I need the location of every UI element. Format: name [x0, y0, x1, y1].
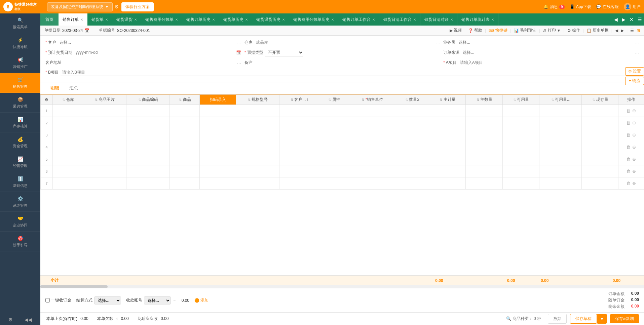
tab-summary[interactable]: 汇总: [64, 82, 83, 94]
copy-icon[interactable]: ⊕: [632, 145, 636, 150]
tab-sales-stats-close[interactable]: ✕: [491, 18, 494, 22]
tab-prev-btn[interactable]: ◀: [612, 13, 620, 26]
invoice-select[interactable]: 不开票 增值税普通发票 增值税专用发票: [265, 49, 303, 56]
copy-icon[interactable]: ⊕: [632, 157, 636, 162]
tab-sales-return-close[interactable]: ✕: [134, 18, 137, 22]
tab-sales-delivery-close[interactable]: ✕: [105, 18, 108, 22]
sidebar-item-basic[interactable]: ℹ️ 基础信息: [0, 172, 40, 192]
delete-icon[interactable]: 🗑: [626, 132, 631, 137]
delete-icon[interactable]: 🗑: [626, 145, 631, 150]
nav-next-btn[interactable]: ▶: [621, 28, 624, 33]
margin-btn[interactable]: 📊 毛利预告: [514, 28, 536, 33]
tab-return-history-close[interactable]: ✕: [282, 18, 285, 22]
tab-more-btn[interactable]: ☰: [636, 13, 644, 26]
staff-dots[interactable]: ···: [635, 40, 639, 45]
tab-delivery-history[interactable]: 销货单历史 ✕: [219, 13, 252, 26]
sidebar-item-marketing[interactable]: 📢 营销推广: [0, 53, 40, 73]
operations-btn[interactable]: ⚙ 操作: [567, 28, 580, 33]
tab-sales-fee-close[interactable]: ✕: [175, 18, 178, 22]
tab-order-workbench[interactable]: 销售订单工作台 ✕: [338, 13, 379, 26]
copy-icon[interactable]: ⊕: [632, 108, 636, 113]
tab-sales-order-close[interactable]: ✕: [80, 18, 83, 22]
sidebar-item-management[interactable]: 📈 经营管理: [0, 152, 40, 172]
col-barcode[interactable]: 扫码录入: [200, 95, 236, 105]
user-item[interactable]: 👤 用户: [624, 3, 641, 10]
sidebar-item-finance[interactable]: 💰 资金管理: [0, 132, 40, 152]
shortcut-btn[interactable]: ⌨ 快捷键: [489, 28, 507, 33]
a-project-input[interactable]: [458, 59, 639, 66]
delete-icon[interactable]: 🗑: [626, 181, 631, 186]
draft-arrow-btn[interactable]: ▼: [597, 314, 607, 324]
online-support-item[interactable]: 💬 在线客服: [596, 4, 619, 10]
sidebar-item-inventory[interactable]: 📊 库存核算: [0, 113, 40, 132]
tab-fee-history[interactable]: 销售费用分摊单历史 ✕: [289, 13, 338, 26]
tab-cash-reconcile[interactable]: 钱货日清对账 ✕: [420, 13, 457, 26]
tab-sales-delivery[interactable]: 销货单 ✕: [87, 13, 112, 26]
delivery-input[interactable]: [74, 49, 234, 56]
save-new-btn[interactable]: 保存&新增: [610, 314, 639, 323]
delivery-calendar-icon[interactable]: 📅: [236, 50, 241, 55]
sidebar-item-purchase[interactable]: 📦 采购管理: [0, 93, 40, 113]
b-project-input[interactable]: [61, 69, 639, 76]
tab-delivery-history-close[interactable]: ✕: [245, 18, 248, 22]
sidebar-item-sales[interactable]: 🛒 销售管理: [0, 73, 40, 93]
one-click-checkout-checkbox[interactable]: [45, 298, 50, 302]
scroll-indicator[interactable]: [40, 285, 644, 288]
industry-btn[interactable]: 体验行业方案: [121, 2, 154, 11]
address-input[interactable]: [63, 59, 235, 66]
tab-sales-order[interactable]: 销售订单 ✕: [59, 13, 87, 26]
history-btn[interactable]: 📋 历史单据: [586, 28, 609, 33]
video-btn[interactable]: ▶ 视频: [450, 28, 462, 33]
grid-toggle-btn[interactable]: ⊞: [637, 28, 640, 33]
warehouse-dots[interactable]: ···: [436, 40, 440, 45]
tab-cash-workbench[interactable]: 钱货日清工作台 ✕: [379, 13, 420, 26]
settings-icon[interactable]: ⚙: [114, 4, 119, 10]
table-container[interactable]: ⚙ ⇅ 仓库 ⇅ 商品图片 ⇅ 商品编码 ⇅ 商品: [40, 94, 644, 275]
order-source-dots[interactable]: ···: [635, 50, 639, 55]
order-source-input[interactable]: [461, 49, 633, 56]
tab-sales-stats[interactable]: 销售订单统计表 ✕: [457, 13, 498, 26]
sidebar-item-search[interactable]: 🔍 搜索菜单: [0, 13, 40, 33]
settings-extra-btn[interactable]: ⚙ 设置: [625, 67, 644, 76]
tab-next-btn[interactable]: ▶: [620, 13, 628, 26]
nav-prev-btn[interactable]: ◀: [615, 28, 618, 33]
discard-btn[interactable]: 放弃: [548, 314, 567, 324]
col-settings[interactable]: ⚙: [41, 95, 53, 105]
account-select[interactable]: 选择...: [144, 296, 171, 304]
notification-item[interactable]: 🔔 消息 9: [543, 4, 565, 10]
collapse-icon[interactable]: ◀◀: [25, 317, 32, 322]
tab-cash-workbench-close[interactable]: ✕: [413, 18, 416, 22]
delete-icon[interactable]: 🗑: [626, 157, 631, 162]
print-btn[interactable]: 🖨 打印 ▼: [543, 28, 561, 33]
customer-dots[interactable]: ···: [237, 40, 241, 45]
sidebar-item-system[interactable]: ⚙️ 系统管理: [0, 192, 40, 212]
tab-fee-history-close[interactable]: ✕: [331, 18, 334, 22]
address-dots[interactable]: ···: [237, 60, 241, 66]
view-toggle-btn[interactable]: ☰: [630, 28, 634, 33]
sidebar-item-nav[interactable]: ⚡ 快捷导航: [0, 33, 40, 53]
copy-icon[interactable]: ⊕: [632, 181, 636, 186]
logistics-btn[interactable]: + 物流: [625, 77, 644, 85]
one-click-checkout-label[interactable]: 一键收订金: [45, 297, 71, 303]
copy-icon[interactable]: ⊕: [632, 120, 636, 125]
tab-home[interactable]: 首页: [40, 13, 59, 26]
app-download-item[interactable]: 📱 App下载: [570, 4, 591, 10]
tab-sales-return[interactable]: 销货退货 ✕: [112, 13, 141, 26]
copy-icon[interactable]: ⊕: [632, 169, 636, 174]
tab-return-history[interactable]: 销货退货历史 ✕: [252, 13, 289, 26]
delete-icon[interactable]: 🗑: [626, 108, 631, 113]
tab-detail[interactable]: 明细: [45, 82, 64, 94]
warehouse-input[interactable]: [254, 39, 434, 46]
add-btn[interactable]: 🟠 添加: [194, 297, 209, 303]
remark-input[interactable]: [254, 59, 440, 66]
copy-icon[interactable]: ⊕: [632, 132, 636, 137]
delete-icon[interactable]: 🗑: [626, 169, 631, 174]
help-btn[interactable]: ❓ 帮助: [468, 28, 482, 33]
account-dots[interactable]: ···: [173, 298, 177, 303]
tab-order-workbench-close[interactable]: ✕: [372, 18, 375, 22]
sidebar-item-guide[interactable]: 🎯 新手引导: [0, 232, 40, 251]
system-selector[interactable]: 装备及固定资产辅助管理系统 ▼: [47, 2, 113, 11]
calendar-icon[interactable]: 📅: [84, 28, 89, 33]
tab-order-history[interactable]: 销售订单历史 ✕: [182, 13, 219, 26]
staff-input[interactable]: [457, 39, 633, 46]
